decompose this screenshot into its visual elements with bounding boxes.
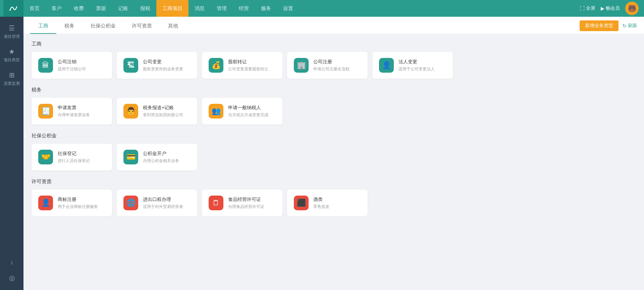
- fullscreen-label: 全屏: [586, 5, 595, 11]
- card-食品经营许可证[interactable]: 🗒 食品经营许可证 办理食品经营许可证: [202, 190, 282, 216]
- card-name: 社保登记: [58, 151, 90, 157]
- sidebar-label: 进度监测: [4, 81, 20, 86]
- card-icon: 👨: [123, 104, 138, 119]
- card-税务报道+记账[interactable]: 👨 税务报道+记账 拿到营业执照的新公司: [117, 98, 197, 125]
- content-area: 工商税务社保公积金许可资质其他 新增业务类型 ↻ 刷新 工商 🏛 公司注销 适用…: [23, 17, 644, 290]
- card-商标注册[interactable]: 👤 商标注册 用于企业商标注册服务: [32, 190, 112, 216]
- nav-item-管理[interactable]: 管理: [211, 0, 233, 17]
- card-name: 公司注册: [313, 59, 350, 65]
- card-法人变更[interactable]: 👤 法人变更 适用于公司变更法人: [372, 52, 453, 79]
- card-desc: 公司变更需要股权转让: [228, 66, 268, 72]
- card-公司注册[interactable]: 🏢 公司注册 申请公司注册全流程: [287, 52, 368, 79]
- card-text: 商标注册 用于企业商标注册服务: [58, 197, 98, 210]
- card-股权转让[interactable]: 💰 股权转让 公司变更需要股权转让: [202, 52, 282, 79]
- sidebar-item-进度监测[interactable]: ⊞ 进度监测: [0, 67, 23, 90]
- card-name: 酒类: [313, 197, 329, 203]
- nav-item-记账[interactable]: 记账: [112, 0, 134, 17]
- card-icon: 🏗: [123, 58, 138, 73]
- section-title-许可资质: 许可资质: [32, 178, 636, 185]
- card-name: 公司变更: [143, 59, 183, 65]
- card-icon: 👤: [379, 58, 394, 73]
- fullscreen-button[interactable]: ⛶ 全屏: [580, 5, 595, 11]
- card-text: 法人变更 适用于公司变更法人: [398, 59, 435, 72]
- tab-actions: 新增业务类型 ↻ 刷新: [580, 20, 637, 34]
- card-公积金开户[interactable]: 💳 公积金开户 办理公积金相关业务: [117, 144, 197, 170]
- card-text: 公司注销 适用于注销公司: [58, 59, 86, 72]
- nav-item-收费[interactable]: 收费: [68, 0, 90, 17]
- nav-item-客户[interactable]: 客户: [46, 0, 68, 17]
- sidebar-bottom-icon: ◎: [8, 274, 16, 282]
- new-business-type-button[interactable]: 新增业务类型: [580, 20, 619, 31]
- nav-item-报税[interactable]: 报税: [134, 0, 156, 17]
- nav-item-经营[interactable]: 经营: [233, 0, 255, 17]
- cards-grid-税务: 🧾 申请发票 办理申请发票业务 👨 税务报道+记账 拿到营业执照的新公司 👥 申…: [32, 98, 636, 125]
- nav-item-服务[interactable]: 服务: [255, 0, 277, 17]
- card-desc: 适用于对外贸易经营者: [143, 204, 183, 210]
- svg-point-0: [9, 9, 11, 11]
- card-text: 税务报道+记账 拿到营业执照的新公司: [143, 105, 183, 118]
- card-name: 税务报道+记账: [143, 105, 183, 111]
- sidebar-item-项目管理[interactable]: ☰ 项目管理: [0, 20, 23, 44]
- card-desc: 进行人员社保登记: [58, 158, 90, 164]
- mascot-avatar: 🐻: [625, 2, 639, 15]
- tab-社保公积金[interactable]: 社保公积金: [83, 19, 124, 34]
- section-title-税务: 税务: [32, 87, 636, 93]
- tab-许可资质[interactable]: 许可资质: [124, 19, 160, 34]
- card-desc: 办理公积金相关业务: [143, 158, 179, 164]
- card-name: 食品经营许可证: [228, 197, 264, 203]
- cards-grid-工商: 🏛 公司注销 适用于注销公司 🏗 公司变更 股权变更外的业务变更 💰 股权转让 …: [32, 52, 636, 79]
- card-社保登记[interactable]: 🤝 社保登记 进行人员社保登记: [32, 144, 112, 170]
- tab-税务[interactable]: 税务: [56, 19, 83, 34]
- nav-item-首页[interactable]: 首页: [23, 0, 46, 17]
- card-name: 公司注销: [58, 59, 86, 65]
- nav-item-票据[interactable]: 票据: [90, 0, 112, 17]
- main-layout: ☰ 项目管理★ 项目类型⊞ 进度监测↓◎ 工商税务社保公积金许可资质其他 新增业…: [0, 17, 644, 290]
- card-text: 酒类 零售批发: [313, 197, 329, 210]
- sidebar-icon: ☰: [8, 24, 16, 32]
- card-desc: 办理食品经营许可证: [228, 204, 264, 210]
- play-icon: ▶: [601, 6, 604, 11]
- scrollable-content[interactable]: 工商 🏛 公司注销 适用于注销公司 🏗 公司变更 股权变更外的业务变更 💰 股权…: [23, 34, 644, 290]
- card-name: 商标注册: [58, 197, 98, 203]
- card-desc: 零售批发: [313, 204, 329, 210]
- card-公司注销[interactable]: 🏛 公司注销 适用于注销公司: [32, 52, 112, 79]
- card-icon: 🧾: [38, 104, 53, 119]
- sidebar-bottom: ↓◎: [0, 255, 23, 290]
- section-title-社保公积金: 社保公积金: [32, 133, 636, 139]
- card-name: 法人变更: [398, 59, 435, 65]
- top-navigation: 首页客户收费票据记账报税工商项目消息管理经营服务设置 ⛶ 全屏 ▶ 畅会员 🐻: [0, 0, 644, 17]
- card-进出口权办理[interactable]: 🌐 进出口权办理 适用于对外贸易经营者: [117, 190, 197, 216]
- nav-item-工商项目[interactable]: 工商项目: [156, 0, 189, 17]
- card-name: 申请发票: [58, 105, 90, 111]
- sidebar-bottom-item-1[interactable]: ◎: [0, 271, 23, 285]
- card-text: 公司变更 股权变更外的业务变更: [143, 59, 183, 72]
- card-申请一般纳税人[interactable]: 👥 申请一般纳税人 当月或次月成变更完成: [202, 98, 282, 125]
- card-text: 股权转让 公司变更需要股权转让: [228, 59, 268, 72]
- nav-item-设置[interactable]: 设置: [277, 0, 299, 17]
- tab-其他[interactable]: 其他: [160, 19, 186, 34]
- card-icon: 🤝: [38, 150, 53, 164]
- refresh-label: 刷新: [628, 23, 637, 29]
- cards-grid-社保公积金: 🤝 社保登记 进行人员社保登记 💳 公积金开户 办理公积金相关业务: [32, 144, 636, 170]
- card-申请发票[interactable]: 🧾 申请发票 办理申请发票业务: [32, 98, 112, 125]
- refresh-button[interactable]: ↻ 刷新: [623, 23, 637, 29]
- card-desc: 股权变更外的业务变更: [143, 66, 183, 72]
- card-name: 申请一般纳税人: [228, 105, 268, 111]
- tab-工商[interactable]: 工商: [30, 19, 56, 34]
- card-icon: ⬛: [294, 196, 309, 210]
- sidebar-item-项目类型[interactable]: ★ 项目类型: [0, 44, 23, 67]
- card-公司变更[interactable]: 🏗 公司变更 股权变更外的业务变更: [117, 52, 197, 79]
- card-酒类[interactable]: ⬛ 酒类 零售批发: [287, 190, 368, 216]
- card-desc: 拿到营业执照的新公司: [143, 112, 183, 118]
- sidebar: ☰ 项目管理★ 项目类型⊞ 进度监测↓◎: [0, 17, 23, 290]
- card-name: 股权转让: [228, 59, 268, 65]
- nav-item-消息[interactable]: 消息: [189, 0, 211, 17]
- card-icon: 👥: [209, 104, 223, 119]
- section-title-工商: 工商: [32, 41, 636, 47]
- card-text: 申请发票 办理申请发票业务: [58, 105, 90, 118]
- sidebar-label: 项目管理: [4, 34, 20, 40]
- sidebar-bottom-item-0[interactable]: ↓: [0, 255, 23, 269]
- member-button[interactable]: ▶ 畅会员: [601, 5, 620, 11]
- fullscreen-icon: ⛶: [580, 6, 585, 11]
- card-desc: 适用于注销公司: [58, 66, 86, 72]
